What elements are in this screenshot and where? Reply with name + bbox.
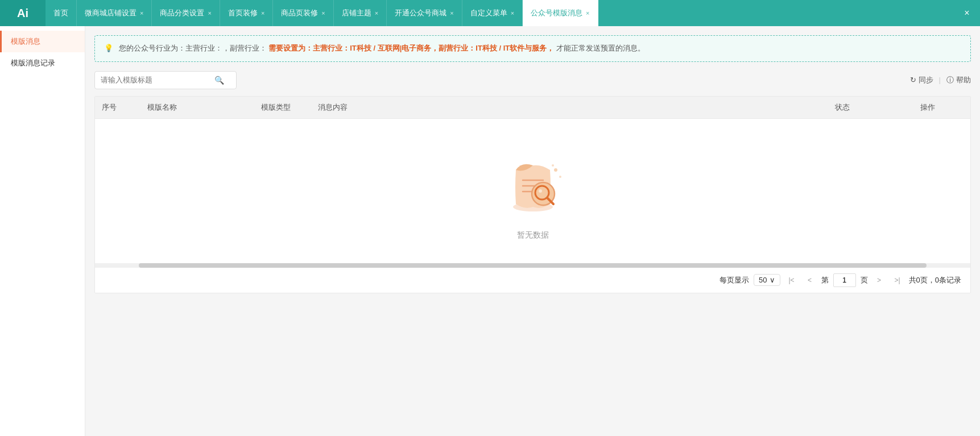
table-header-row: 序号 模版名称 模版类型 消息内容 状态 操作 <box>95 97 970 119</box>
close-tab-shop-theme[interactable]: × <box>375 10 378 16</box>
close-tab-product-category[interactable]: × <box>208 10 211 16</box>
tab-product-category[interactable]: 商品分类设置 × <box>152 0 220 26</box>
page-size-label: 每页显示 <box>720 275 749 285</box>
tab-bar: 首页 微商城店铺设置 × 商品分类设置 × 首页装修 × 商品页装修 × 店铺主… <box>46 0 954 26</box>
col-content: 消息内容 <box>311 97 828 119</box>
empty-text: 暂无数据 <box>517 230 549 240</box>
content-area: 💡 您的公众号行业为：主营行业：，副营行业： 需要设置为：主营行业：IT科技 /… <box>85 26 980 436</box>
main-layout: 模版消息 模版消息记录 💡 您的公众号行业为：主营行业：，副营行业： 需要设置为… <box>0 26 980 436</box>
page-label: 第 <box>821 275 829 285</box>
col-index: 序号 <box>95 97 140 119</box>
close-tab-open-mall[interactable]: × <box>450 10 453 16</box>
search-icon[interactable]: 🔍 <box>214 76 224 85</box>
col-action: 操作 <box>913 97 970 119</box>
data-table-wrapper: 序号 模版名称 模版类型 消息内容 状态 操作 <box>94 96 971 293</box>
close-tab-homepage-decor[interactable]: × <box>261 10 264 16</box>
close-tab-custom-menu[interactable]: × <box>511 10 514 16</box>
dropdown-icon: ∨ <box>770 276 775 284</box>
tab-open-mall[interactable]: 开通公众号商城 × <box>387 0 462 26</box>
empty-row: 暂无数据 <box>95 118 970 263</box>
prev-page-icon: < <box>808 276 812 284</box>
page-number-input[interactable] <box>833 273 856 287</box>
tab-homepage-decor[interactable]: 首页装修 × <box>220 0 273 26</box>
help-button[interactable]: ⓘ 帮助 <box>946 75 971 85</box>
action-divider: | <box>939 76 941 84</box>
svg-point-8 <box>554 168 557 172</box>
sync-icon: ↻ <box>910 76 916 84</box>
svg-point-10 <box>552 164 554 167</box>
col-status: 状态 <box>828 97 913 119</box>
first-page-button[interactable]: |< <box>785 273 799 287</box>
search-bar: 🔍 ↻ 同步 | ⓘ 帮助 <box>94 71 971 89</box>
tab-wechat-shop[interactable]: 微商城店铺设置 × <box>77 0 152 26</box>
empty-illustration <box>499 153 567 221</box>
sidebar: 模版消息 模版消息记录 <box>0 26 85 436</box>
tab-custom-menu[interactable]: 自定义菜单 × <box>462 0 523 26</box>
info-banner: 💡 您的公众号行业为：主营行业：，副营行业： 需要设置为：主营行业：IT科技 /… <box>94 35 971 62</box>
app-logo: Ai <box>0 0 46 26</box>
close-tab-template-msg[interactable]: × <box>586 10 589 16</box>
empty-state: 暂无数据 <box>95 119 970 263</box>
tab-product-page-decor[interactable]: 商品页装修 × <box>273 0 333 26</box>
sidebar-item-template-msg[interactable]: 模版消息 <box>0 31 85 52</box>
search-input-wrapper: 🔍 <box>94 71 237 89</box>
last-page-button[interactable]: >| <box>891 273 904 287</box>
tab-shop-theme[interactable]: 店铺主题 × <box>334 0 387 26</box>
data-table: 序号 模版名称 模版类型 消息内容 状态 操作 <box>95 97 970 263</box>
search-actions: ↻ 同步 | ⓘ 帮助 <box>910 75 971 85</box>
total-info: 共0页，0条记录 <box>909 275 961 285</box>
next-page-button[interactable]: > <box>873 273 886 287</box>
svg-point-7 <box>539 189 542 193</box>
pagination: 每页显示 50 ∨ |< < 第 页 > >| <box>95 268 970 293</box>
tab-home[interactable]: 首页 <box>46 0 77 26</box>
search-input[interactable] <box>101 76 214 84</box>
top-nav: Ai 首页 微商城店铺设置 × 商品分类设置 × 首页装修 × 商品页装修 × … <box>0 0 980 26</box>
sidebar-item-template-msg-records[interactable]: 模版消息记录 <box>0 52 85 74</box>
next-page-icon: > <box>877 276 881 284</box>
page-size-value: 50 <box>759 276 767 284</box>
bulb-icon: 💡 <box>104 44 113 52</box>
tab-template-msg[interactable]: 公众号模版消息 × <box>523 0 598 26</box>
last-page-icon: >| <box>894 276 900 284</box>
close-tab-wechat-shop[interactable]: × <box>140 10 143 16</box>
col-type: 模版类型 <box>254 97 311 119</box>
svg-point-9 <box>559 176 561 178</box>
horizontal-scrollbar[interactable] <box>95 263 970 268</box>
scroll-thumb <box>139 263 927 268</box>
close-all-tabs[interactable]: × <box>954 0 980 26</box>
table-header: 序号 模版名称 模版类型 消息内容 状态 操作 <box>95 97 970 119</box>
page-size-select[interactable]: 50 ∨ <box>754 274 780 286</box>
prev-page-button[interactable]: < <box>803 273 817 287</box>
page-unit: 页 <box>861 275 868 285</box>
close-tab-product-page-decor[interactable]: × <box>321 10 325 16</box>
help-icon: ⓘ <box>946 75 954 85</box>
sync-button[interactable]: ↻ 同步 <box>910 75 933 85</box>
first-page-icon: |< <box>788 276 794 284</box>
col-name: 模版名称 <box>140 97 254 119</box>
table-body: 暂无数据 <box>95 118 970 263</box>
